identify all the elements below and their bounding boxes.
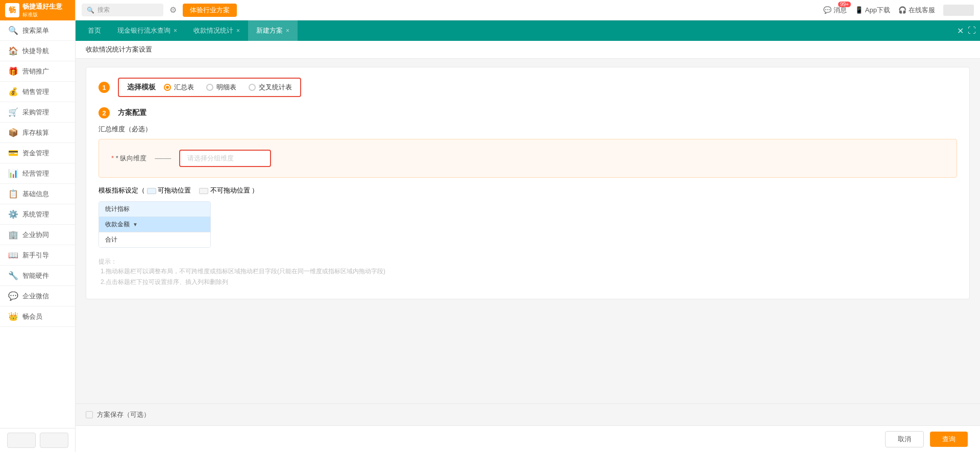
step1-row: 1 选择模板 汇总表 明细表 (99, 78, 957, 97)
cancel-button[interactable]: 取消 (885, 431, 924, 447)
stats-col-header: 收款金额 ▼ (99, 217, 210, 232)
save-option: 方案保存（可选） (86, 410, 970, 419)
tab-newplan-close[interactable]: × (286, 27, 289, 34)
stats-table: 统计指标 收款金额 ▼ 合计 (99, 201, 211, 248)
sidebar-logo: 畅 畅捷通好生意 标准版 (0, 0, 75, 20)
sidebar-item-wechat[interactable]: 💬 企业微信 (0, 286, 75, 306)
step1-box: 选择模板 汇总表 明细表 (118, 78, 301, 97)
radio-summary[interactable]: 汇总表 (164, 83, 194, 92)
page-content: 1 选择模板 汇总表 明细表 (76, 59, 980, 403)
search-placeholder: 搜索 (97, 6, 110, 14)
sidebar-item-search[interactable]: 🔍 搜索菜单 (0, 20, 75, 41)
tab-receiptstats-close[interactable]: × (236, 27, 240, 34)
sidebar-item-capital[interactable]: 💳 资金管理 (0, 143, 75, 163)
logo-badge: 标准版 (22, 11, 62, 18)
radio-cross-circle (249, 84, 256, 91)
hint-2-text: 2.点击标题栏下拉可设置排序、插入列和删除列 (101, 278, 228, 287)
sidebar-btn-1[interactable] (7, 433, 36, 448)
tab-newplan-label: 新建方案 (256, 26, 283, 35)
metrics-header-text: 模板指标设定（ 可拖动位置 不可拖动位置 ） (99, 186, 258, 195)
card-icon: 💳 (8, 148, 18, 158)
sidebar-btn-2[interactable] (40, 433, 68, 448)
save-label: 方案保存（可选） (97, 410, 150, 419)
tab-cashflow-close[interactable]: × (174, 27, 177, 34)
hint-2: 2.点击标题栏下拉可设置排序、插入列和删除列 (99, 278, 957, 287)
dimension-select[interactable]: 请选择分组维度 (179, 150, 271, 167)
radio-summary-label: 汇总表 (174, 83, 194, 92)
crown-icon: 👑 (8, 312, 18, 321)
search-icon: 🔍 (8, 26, 18, 35)
sidebar-item-guide[interactable]: 📖 新手引导 (0, 245, 75, 266)
sidebar-item-purchase[interactable]: 🛒 采购管理 (0, 102, 75, 123)
service-item[interactable]: 🎧 在线客服 (898, 6, 935, 15)
tab-receiptstats[interactable]: 收款情况统计 × (185, 20, 248, 41)
tab-cashflow[interactable]: 现金银行流水查询 × (109, 20, 185, 41)
topbar: 🔍 搜索 ⚙ 体验行业方案 💬 消息 99+ 📱 App下载 🎧 在线客服 (76, 0, 980, 20)
download-label: App下载 (865, 6, 890, 15)
hint-label: 提示： (99, 257, 957, 266)
logo-name: 畅捷通好生意 (22, 2, 62, 11)
sidebar-item-sales[interactable]: 💰 销售管理 (0, 82, 75, 102)
sidebar-item-member[interactable]: 👑 畅会员 (0, 306, 75, 327)
sidebar-item-basicinfo[interactable]: 📋 基础信息 (0, 184, 75, 204)
tab-home[interactable]: 首页 (80, 20, 109, 41)
user-avatar[interactable] (943, 5, 974, 16)
radio-detail-label: 明细表 (216, 83, 236, 92)
cart-icon: 🛒 (8, 107, 18, 117)
sidebar-item-quicknav[interactable]: 🏠 快捷导航 (0, 41, 75, 61)
radio-summary-circle (164, 84, 171, 91)
sidebar-nav: 🔍 搜索菜单 🏠 快捷导航 🎁 营销推广 💰 销售管理 🛒 采购管理 📦 库存核… (0, 20, 75, 428)
hint-1-text: 1.拖动标题栏可以调整布局，不可跨维度或指标区域拖动栏目字段(只能在同一维度或指… (101, 267, 385, 276)
sidebar-bottom (0, 428, 75, 452)
gear-icon: ⚙️ (8, 209, 18, 219)
logo-icon: 畅 (5, 3, 19, 17)
sidebar-item-inventory[interactable]: 📦 库存核算 (0, 123, 75, 143)
dimension-title: 汇总维度（必选） (99, 125, 957, 134)
tab-newplan[interactable]: 新建方案 × (248, 20, 298, 41)
step2-section: 汇总维度（必选） * * 纵向维度 —— 请选择分组维度 (99, 125, 957, 287)
maximize-icon[interactable]: ⛶ (968, 26, 976, 36)
box-icon: 📦 (8, 128, 18, 137)
topbar-search[interactable]: 🔍 搜索 (82, 4, 163, 16)
sidebar-item-enterprise[interactable]: 🏢 企业协同 (0, 225, 75, 245)
arrow-icon: —— (155, 154, 171, 163)
query-button[interactable]: 查询 (930, 432, 968, 447)
hints-section: 提示： 1.拖动标题栏可以调整布局，不可跨维度或指标区域拖动栏目字段(只能在同一… (99, 257, 957, 287)
sidebar: 畅 畅捷通好生意 标准版 🔍 搜索菜单 🏠 快捷导航 🎁 营销推广 💰 销售管理… (0, 0, 76, 452)
tab-home-label: 首页 (88, 26, 101, 35)
settings-icon[interactable]: ⚙ (169, 5, 177, 15)
vertical-label-text: * 纵向维度 (116, 154, 147, 162)
radio-detail[interactable]: 明细表 (206, 83, 236, 92)
radio-cross-label: 交叉统计表 (259, 83, 292, 92)
no-draggable-icon (199, 188, 208, 194)
save-checkbox[interactable] (86, 411, 93, 418)
col-dropdown-icon[interactable]: ▼ (133, 222, 138, 227)
draggable-label-text: 可拖动位置 (158, 186, 191, 194)
trial-button[interactable]: 体验行业方案 (183, 4, 237, 17)
close-tab-icon[interactable]: ✕ (957, 26, 964, 36)
draggable-icon (147, 188, 156, 194)
gift-icon: 🎁 (8, 66, 18, 76)
sidebar-item-operation[interactable]: 📊 经营管理 (0, 163, 75, 184)
tabs-bar: 首页 现金银行流水查询 × 收款情况统计 × 新建方案 × ✕ ⛶ (76, 20, 980, 41)
radio-cross[interactable]: 交叉统计表 (249, 83, 292, 92)
step2-row: 2 方案配置 (99, 107, 957, 118)
sidebar-item-system[interactable]: ⚙️ 系统管理 (0, 204, 75, 225)
page-title-bar: 收款情况统计方案设置 (76, 41, 980, 59)
sidebar-item-hardware[interactable]: 🔧 智能硬件 (0, 266, 75, 286)
content-area: 收款情况统计方案设置 1 选择模板 汇总表 (76, 41, 980, 452)
notification-item[interactable]: 💬 消息 99+ (823, 6, 847, 15)
search-icon-small: 🔍 (87, 7, 94, 14)
sidebar-item-marketing[interactable]: 🎁 营销推广 (0, 61, 75, 82)
stats-table-header: 统计指标 收款金额 ▼ (99, 202, 210, 232)
home-icon: 🏠 (8, 46, 18, 56)
metrics-config: 模板指标设定（ 可拖动位置 不可拖动位置 ） 统计指标 (99, 186, 957, 287)
tab-cashflow-label: 现金银行流水查询 (117, 26, 170, 35)
service-icon: 🎧 (898, 6, 906, 14)
download-item[interactable]: 📱 App下载 (855, 6, 890, 15)
page-footer: 方案保存（可选） (76, 403, 980, 425)
dimension-row: * * 纵向维度 —— 请选择分组维度 (111, 150, 944, 167)
tabs-right-controls: ✕ ⛶ (957, 26, 976, 36)
stats-table-title: 统计指标 (99, 202, 210, 217)
topbar-right: 💬 消息 99+ 📱 App下载 🎧 在线客服 (823, 5, 974, 16)
